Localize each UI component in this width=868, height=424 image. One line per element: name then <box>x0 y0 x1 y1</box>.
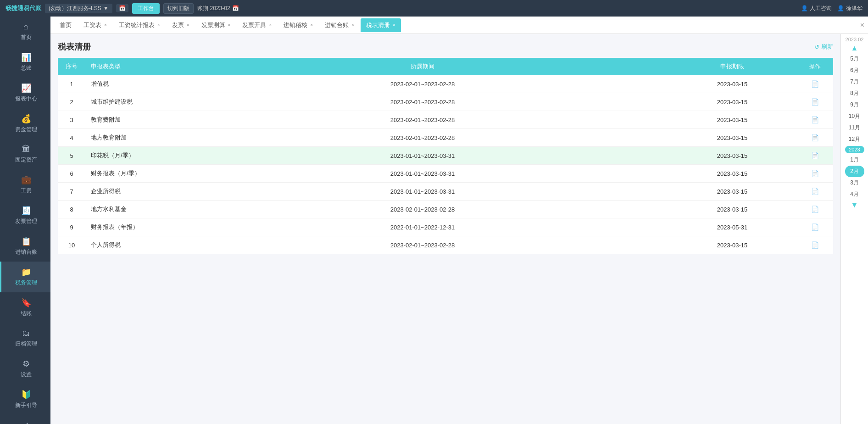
sidebar-item-fund-mgmt[interactable]: 💰 资金管理 <box>0 108 50 139</box>
sidebar-item-settle-label: 结账 <box>21 310 32 318</box>
cell-index: 7 <box>58 183 85 201</box>
calendar-month-1[interactable]: 1月 <box>845 154 864 166</box>
calendar-nav-down[interactable]: ▼ <box>850 200 859 210</box>
tab-bar-close-icon[interactable]: × <box>860 21 864 29</box>
sidebar-item-sales-ledger[interactable]: 📋 进销台账 <box>0 231 50 262</box>
calendar-month-4[interactable]: 4月 <box>845 189 864 200</box>
cell-index: 3 <box>58 111 85 129</box>
cell-deadline: 2023-03-15 <box>668 183 796 201</box>
sidebar-item-report-center[interactable]: 📈 报表中心 <box>0 78 50 108</box>
user-profile[interactable]: 👤 徐泽华 <box>837 5 862 12</box>
tab-home[interactable]: 首页 <box>54 18 77 32</box>
calendar-month-9[interactable]: 9月 <box>845 99 864 111</box>
action-view-icon[interactable]: 📄 <box>811 152 819 159</box>
tab-tax-register[interactable]: 税表清册 × <box>361 18 401 32</box>
tab-sales-check[interactable]: 进销稽核 × <box>278 18 318 32</box>
sidebar-item-member[interactable]: ✓ 畅会员 <box>0 415 50 424</box>
tab-invoice[interactable]: 发票 × <box>167 18 195 32</box>
calendar-month-7[interactable]: 7月 <box>845 76 864 88</box>
sidebar-item-settings[interactable]: ⚙ 设置 <box>0 353 50 384</box>
calendar-icon-btn[interactable]: 📅 <box>116 4 128 12</box>
tab-invoice-calc[interactable]: 发票测算 × <box>196 18 236 32</box>
sidebar-item-settings-label: 设置 <box>21 371 32 379</box>
tab-salary-table-label: 工资表 <box>83 21 101 29</box>
sidebar-item-new-guide[interactable]: 🔰 新手引导 <box>0 384 50 415</box>
action-view-icon[interactable]: 📄 <box>811 134 819 141</box>
calendar-month-12[interactable]: 12月 <box>845 134 864 145</box>
tab-salary-report[interactable]: 工资统计报表 × <box>113 18 166 32</box>
cell-index: 5 <box>58 147 85 165</box>
tab-sales-check-close[interactable]: × <box>310 22 313 28</box>
cell-period: 2023-02-01~2023-02-28 <box>177 93 668 111</box>
calendar-nav-up[interactable]: ▲ <box>850 43 859 53</box>
th-type: 申报表类型 <box>85 58 177 75</box>
tab-salary-report-label: 工资统计报表 <box>119 21 155 29</box>
sidebar-item-fixed-assets[interactable]: 🏛 固定资产 <box>0 139 50 169</box>
tab-tax-register-close[interactable]: × <box>393 22 395 28</box>
sidebar-item-settle[interactable]: 🔖 结账 <box>0 292 50 323</box>
sidebar-item-home[interactable]: ⌂ 首页 <box>0 17 50 47</box>
tab-invoice-close[interactable]: × <box>187 22 189 28</box>
ai-consult-btn[interactable]: 👤 人工咨询 <box>801 5 832 12</box>
archive-icon: 🗂 <box>22 329 30 338</box>
cell-period: 2023-01-01~2023-03-31 <box>177 147 668 165</box>
action-view-icon[interactable]: 📄 <box>811 188 819 195</box>
calendar-month-3[interactable]: 3月 <box>845 177 864 189</box>
tab-sales-ledger-close[interactable]: × <box>351 22 354 28</box>
calendar-month-2[interactable]: 2月 <box>845 166 864 177</box>
action-view-icon[interactable]: 📄 <box>811 223 819 231</box>
calendar-month-10[interactable]: 10月 <box>845 111 864 122</box>
period-calendar-icon[interactable]: 📅 <box>232 5 239 11</box>
content-area: 首页 工资表 × 工资统计报表 × 发票 × 发票测算 × 发票开具 × <box>50 17 868 424</box>
sales-icon: 📋 <box>21 236 31 246</box>
home-icon: ⌂ <box>23 22 28 32</box>
table-row: 2 城市维护建设税 2023-02-01~2023-02-28 2023-03-… <box>58 93 833 111</box>
action-view-icon[interactable]: 📄 <box>811 98 819 106</box>
calendar-month-6[interactable]: 6月 <box>845 65 864 76</box>
action-view-icon[interactable]: 📄 <box>811 80 819 88</box>
cell-index: 4 <box>58 129 85 147</box>
refresh-button[interactable]: ↺ 刷新 <box>814 43 833 51</box>
calendar-month-11[interactable]: 11月 <box>845 122 864 134</box>
sidebar-item-sales-ledger-label: 进销台账 <box>15 248 37 256</box>
sidebar-item-general-ledger-label: 总账 <box>21 64 32 72</box>
action-view-icon[interactable]: 📄 <box>811 116 819 123</box>
sidebar-item-archive-mgmt[interactable]: 🗂 归档管理 <box>0 323 50 353</box>
action-view-icon[interactable]: 📄 <box>811 170 819 177</box>
cell-period: 2023-02-01~2023-02-28 <box>177 75 668 93</box>
settings-icon: ⚙ <box>22 359 30 369</box>
tab-invoice-open-close[interactable]: × <box>269 22 272 28</box>
tab-invoice-calc-close[interactable]: × <box>228 22 231 28</box>
tab-salary-table-close[interactable]: × <box>104 22 107 28</box>
action-view-icon[interactable]: 📄 <box>811 206 819 213</box>
workbench-button[interactable]: 工作台 <box>132 3 160 14</box>
company-selector[interactable]: (勿动）江西服务-LSS ▼ <box>45 4 112 13</box>
calendar-month-5[interactable]: 5月 <box>845 53 864 65</box>
tab-invoice-open-label: 发票开具 <box>242 21 266 29</box>
cell-index: 1 <box>58 75 85 93</box>
cell-index: 6 <box>58 165 85 183</box>
salary-icon: 💼 <box>21 175 31 185</box>
sidebar-item-tax-mgmt[interactable]: 📁 税务管理 <box>0 262 50 292</box>
switch-old-version-button[interactable]: 切到旧版 <box>163 3 194 14</box>
table-row: 1 增值税 2023-02-01~2023-02-28 2023-03-15 📄 <box>58 75 833 93</box>
tab-sales-ledger[interactable]: 进销台账 × <box>319 18 360 32</box>
cell-index: 10 <box>58 236 85 254</box>
tab-salary-report-close[interactable]: × <box>157 22 160 28</box>
sidebar-item-invoice-mgmt[interactable]: 🧾 发票管理 <box>0 200 50 231</box>
sidebar-item-general-ledger[interactable]: 📊 总账 <box>0 47 50 78</box>
calendar-month-8[interactable]: 8月 <box>845 88 864 99</box>
action-view-icon[interactable]: 📄 <box>811 241 819 249</box>
cell-type: 教育费附加 <box>85 111 177 129</box>
table-row: 5 印花税（月/季） 2023-01-01~2023-03-31 2023-03… <box>58 147 833 165</box>
table-row: 3 教育费附加 2023-02-01~2023-02-28 2023-03-15… <box>58 111 833 129</box>
tab-bar: 首页 工资表 × 工资统计报表 × 发票 × 发票测算 × 发票开具 × <box>50 17 868 34</box>
tab-salary-table[interactable]: 工资表 × <box>78 18 112 32</box>
cell-type: 印花税（月/季） <box>85 147 177 165</box>
sidebar-item-salary-label: 工资 <box>21 187 32 195</box>
tab-invoice-open[interactable]: 发票开具 × <box>237 18 277 32</box>
sidebar-item-salary[interactable]: 💼 工资 <box>0 169 50 200</box>
sidebar-item-fixed-assets-label: 固定资产 <box>15 156 37 164</box>
cell-deadline: 2023-03-15 <box>668 93 796 111</box>
table-row: 7 企业所得税 2023-01-01~2023-03-31 2023-03-15… <box>58 183 833 201</box>
